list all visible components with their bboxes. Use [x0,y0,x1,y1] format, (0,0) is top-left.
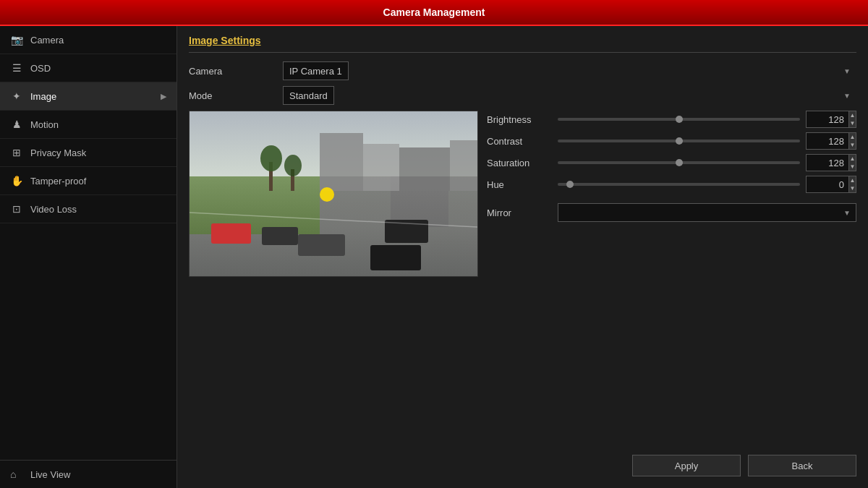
sidebar-label-live-view: Live View [30,469,70,480]
hue-up[interactable]: ▲ [849,176,856,184]
brightness-up[interactable]: ▲ [849,111,856,119]
contrast-spinners: ▲ ▼ [849,132,856,150]
motion-icon: ♟ [10,118,23,131]
contrast-label: Contrast [487,136,552,147]
content-area: Image Settings Camera IP Camera 1 Mode S… [177,26,868,488]
brightness-label: Brightness [487,114,552,125]
sidebar-item-image[interactable]: ✦ Image ▶ [0,82,176,111]
svg-rect-5 [399,147,450,191]
camera-section: Brightness ▲ ▼ Contrast [189,111,856,449]
mode-select[interactable]: Standard [283,86,334,105]
settings-area: Camera IP Camera 1 Mode Standard [189,61,856,105]
svg-rect-4 [363,144,399,191]
svg-point-8 [260,145,282,171]
sidebar: 📷 Camera ☰ OSD ✦ Image ▶ ♟ Motion ⊞ Priv… [0,26,177,488]
saturation-input[interactable] [806,154,849,171]
svg-rect-2 [190,176,320,234]
osd-icon: ☰ [10,61,23,74]
camera-select-wrapper: IP Camera 1 [283,61,856,80]
brightness-slider[interactable] [558,118,800,121]
controls-panel: Brightness ▲ ▼ Contrast [487,111,856,449]
mirror-label: Mirror [487,207,552,218]
camera-row: Camera IP Camera 1 [189,61,856,80]
sidebar-item-privacy-mask[interactable]: ⊞ Privacy Mask [0,139,176,167]
sidebar-item-motion[interactable]: ♟ Motion [0,111,176,139]
sidebar-item-osd[interactable]: ☰ OSD [0,54,176,82]
mirror-select[interactable] [558,203,856,222]
camera-label: Camera [189,66,276,77]
sidebar-label-camera: Camera [30,35,64,46]
contrast-input[interactable] [806,132,849,150]
sidebar-item-camera[interactable]: 📷 Camera [0,26,176,54]
hue-thumb [566,181,574,188]
brightness-value-wrapper: ▲ ▼ [806,111,856,128]
hue-input[interactable] [806,176,849,193]
image-icon: ✦ [10,90,23,103]
sidebar-label-motion: Motion [30,119,59,130]
sidebar-live-view[interactable]: ⌂ Live View [0,460,176,488]
sidebar-label-osd: OSD [30,63,51,74]
svg-rect-6 [450,140,478,191]
sidebar-label-video-loss: Video Loss [30,204,77,215]
mirror-select-wrapper [558,203,856,222]
saturation-spinners: ▲ ▼ [849,154,856,171]
mode-label: Mode [189,90,276,101]
bottom-bar: Apply Back [189,449,856,479]
saturation-row: Saturation ▲ ▼ [487,154,856,171]
contrast-down[interactable]: ▼ [849,141,856,149]
hue-row: Hue ▲ ▼ [487,176,856,193]
saturation-down[interactable]: ▼ [849,163,856,171]
svg-rect-12 [262,227,298,245]
saturation-thumb [676,159,683,166]
contrast-value-wrapper: ▲ ▼ [806,132,856,150]
video-loss-icon: ⊡ [10,202,23,215]
contrast-up[interactable]: ▲ [849,133,856,141]
privacy-mask-icon: ⊞ [10,146,23,159]
svg-point-17 [320,187,334,202]
camera-select[interactable]: IP Camera 1 [283,61,349,80]
saturation-slider[interactable] [558,161,800,164]
contrast-row: Contrast ▲ ▼ [487,132,856,150]
brightness-thumb [676,116,683,123]
saturation-value-wrapper: ▲ ▼ [806,154,856,171]
saturation-up[interactable]: ▲ [849,155,856,163]
sidebar-label-image: Image [30,91,56,102]
brightness-spinners: ▲ ▼ [849,111,856,128]
apply-button[interactable]: Apply [632,455,741,476]
title-bar: Camera Management [0,0,868,26]
sidebar-label-tamper-proof: Tamper-proof [30,176,86,187]
hue-spinners: ▲ ▼ [849,176,856,193]
svg-rect-14 [370,245,421,270]
brightness-input[interactable] [806,111,849,128]
camera-scene-overlay [190,111,478,277]
saturation-label: Saturation [487,158,552,168]
hue-label: Hue [487,179,552,190]
sidebar-label-privacy-mask: Privacy Mask [30,147,86,158]
main-layout: 📷 Camera ☰ OSD ✦ Image ▶ ♟ Motion ⊞ Priv… [0,26,868,488]
section-title: Image Settings [189,35,856,53]
hue-value-wrapper: ▲ ▼ [806,176,856,193]
sidebar-item-video-loss[interactable]: ⊡ Video Loss [0,195,176,223]
back-button[interactable]: Back [748,455,856,476]
svg-rect-3 [320,133,363,191]
sidebar-item-tamper-proof[interactable]: ✋ Tamper-proof [0,167,176,195]
mode-select-wrapper: Standard [283,86,856,105]
camera-preview [189,111,478,277]
live-view-icon: ⌂ [10,468,23,481]
tamper-proof-icon: ✋ [10,174,23,187]
mode-row: Mode Standard [189,86,856,105]
svg-rect-15 [298,234,345,256]
svg-rect-11 [211,223,251,244]
svg-point-10 [284,155,302,176]
hue-slider[interactable] [558,183,800,186]
brightness-down[interactable]: ▼ [849,119,856,127]
mirror-row: Mirror [487,203,856,222]
brightness-row: Brightness ▲ ▼ [487,111,856,128]
app-title: Camera Management [383,7,485,18]
camera-icon: 📷 [10,33,23,46]
sidebar-arrow-image: ▶ [161,92,166,101]
contrast-slider[interactable] [558,140,800,142]
contrast-thumb [676,137,683,145]
hue-down[interactable]: ▼ [849,184,856,192]
